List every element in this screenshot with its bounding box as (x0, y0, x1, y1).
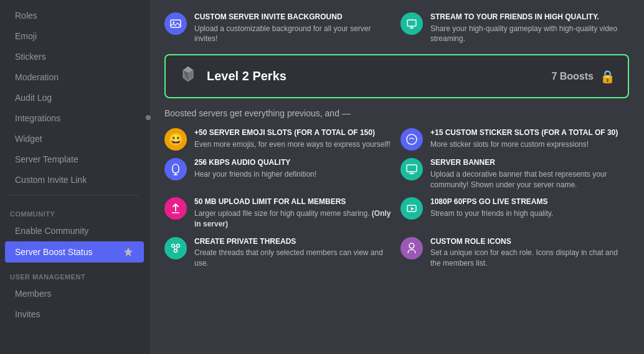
perk-text-invite-background: CUSTOM SERVER INVITE BACKGROUND Upload a… (194, 12, 393, 44)
sidebar-item-custom-invite-link[interactable]: Custom Invite Link (5, 170, 144, 190)
perk-icon-sticker-slots (400, 128, 423, 151)
lock-icon: 🔒 (600, 69, 615, 84)
perk-icon-server-banner (400, 158, 423, 180)
sidebar: Roles Emoji Stickers Moderation Audit Lo… (0, 0, 149, 354)
perk-text-emoji-slots: +50 SERVER EMOJI SLOTS (FOR A TOTAL OF 1… (194, 128, 391, 149)
perk-desc-sticker-slots: More sticker slots for more custom expre… (430, 139, 618, 150)
svg-point-16 (172, 244, 175, 247)
boosted-notice: Boosted servers get everything previous,… (164, 108, 629, 118)
sidebar-item-invites[interactable]: Invites (5, 304, 144, 324)
svg-rect-0 (171, 20, 181, 27)
perk-title-sticker-slots: +15 CUSTOM STICKER SLOTS (FOR A TOTAL OF… (430, 128, 618, 138)
sidebar-item-moderation[interactable]: Moderation (5, 67, 144, 87)
perk-icon-audio-quality (164, 158, 187, 180)
perk-desc-go-live: Stream to your friends in high quality. (430, 208, 553, 219)
perk-item-stream-hq: STREAM TO YOUR FRIENDS IN HIGH QUALITY. … (400, 12, 629, 44)
perk-title-private-threads: CREATE PRIVATE THREADS (194, 237, 393, 247)
svg-point-22 (409, 243, 414, 248)
svg-rect-10 (407, 165, 417, 172)
perk-desc-invite-background: Upload a customizable background for all… (194, 24, 393, 45)
perk-item-role-icons: CUSTOM ROLE ICONS Set a unique icon for … (400, 237, 629, 269)
perk-text-stream-hq: STREAM TO YOUR FRIENDS IN HIGH QUALITY. … (430, 12, 629, 44)
level-card: Level 2 Perks 7 Boosts 🔒 (164, 54, 629, 98)
main-content: CUSTOM SERVER INVITE BACKGROUND Upload a… (149, 0, 644, 354)
scroll-indicator (146, 115, 151, 120)
boost-icon (123, 246, 134, 258)
perk-title-invite-background: CUSTOM SERVER INVITE BACKGROUND (194, 12, 393, 22)
perk-icon-invite-background (164, 12, 187, 35)
perk-icon-go-live (400, 197, 423, 220)
perk-title-audio-quality: 256 KBPS AUDIO QUALITY (194, 158, 316, 168)
sidebar-item-members[interactable]: Members (5, 284, 144, 304)
perk-item-upload-limit: 50 MB UPLOAD LIMIT FOR ALL MEMBERS Large… (164, 197, 393, 229)
sidebar-item-server-boost-status[interactable]: Server Boost Status (5, 241, 144, 263)
svg-point-18 (174, 249, 178, 252)
user-management-section-label: USER MANAGEMENT (0, 263, 149, 283)
svg-marker-15 (411, 207, 414, 210)
perk-desc-private-threads: Create threads that only selected member… (194, 248, 393, 269)
sidebar-item-emoji[interactable]: Emoji (5, 26, 144, 46)
perk-text-private-threads: CREATE PRIVATE THREADS Create threads th… (194, 237, 393, 269)
level2-perks-list: 😀 +50 SERVER EMOJI SLOTS (FOR A TOTAL OF… (164, 128, 629, 269)
perk-text-role-icons: CUSTOM ROLE ICONS Set a unique icon for … (430, 237, 629, 269)
perk-text-upload-limit: 50 MB UPLOAD LIMIT FOR ALL MEMBERS Large… (194, 197, 393, 229)
perk-title-stream-hq: STREAM TO YOUR FRIENDS IN HIGH QUALITY. (430, 12, 629, 22)
perk-title-server-banner: SERVER BANNER (430, 158, 629, 168)
perk-icon-private-threads (164, 237, 187, 259)
perk-item-invite-background: CUSTOM SERVER INVITE BACKGROUND Upload a… (164, 12, 393, 44)
perk-icon-upload-limit (164, 197, 187, 220)
perk-icon-role-icons (400, 237, 423, 259)
sidebar-item-roles[interactable]: Roles (5, 6, 144, 26)
perk-desc-server-banner: Upload a decorative banner that best rep… (430, 169, 629, 190)
community-section-label: COMMUNITY (0, 200, 149, 220)
sidebar-item-audit-log[interactable]: Audit Log (5, 88, 144, 108)
svg-point-17 (177, 244, 180, 247)
sidebar-item-enable-community[interactable]: Enable Community (5, 221, 144, 241)
perk-icon-stream-hq (400, 12, 423, 35)
perk-title-upload-limit: 50 MB UPLOAD LIMIT FOR ALL MEMBERS (194, 197, 393, 207)
level-title: Level 2 Perks (207, 69, 286, 83)
perk-title-role-icons: CUSTOM ROLE ICONS (430, 237, 629, 247)
perk-text-server-banner: SERVER BANNER Upload a decorative banner… (430, 158, 629, 190)
svg-rect-2 (407, 20, 416, 26)
sidebar-item-server-template[interactable]: Server Template (5, 149, 144, 169)
perk-desc-emoji-slots: Even more emojis, for even more ways to … (194, 139, 391, 150)
perk-desc-upload-limit: Larger upload file size for high quality… (194, 208, 393, 230)
perk-item-sticker-slots: +15 CUSTOM STICKER SLOTS (FOR A TOTAL OF… (400, 128, 629, 151)
level-card-right: 7 Boosts 🔒 (551, 69, 615, 84)
boosts-label: 7 Boosts (551, 71, 594, 82)
perk-desc-stream-hq: Share your high-quality gameplay with hi… (430, 24, 629, 45)
sidebar-item-widget[interactable]: Widget (5, 129, 144, 149)
perk-item-server-banner: SERVER BANNER Upload a decorative banner… (400, 158, 629, 190)
perk-title-emoji-slots: +50 SERVER EMOJI SLOTS (FOR A TOTAL OF 1… (194, 128, 391, 138)
perk-text-audio-quality: 256 KBPS AUDIO QUALITY Hear your friends… (194, 158, 316, 179)
perk-text-sticker-slots: +15 CUSTOM STICKER SLOTS (FOR A TOTAL OF… (430, 128, 618, 149)
sidebar-item-integrations[interactable]: Integrations (5, 108, 144, 128)
perk-text-go-live: 1080P 60FPS GO LIVE STREAMS Stream to yo… (430, 197, 553, 218)
sidebar-divider (10, 195, 139, 195)
level-gem-icon (178, 64, 198, 88)
perk-desc-role-icons: Set a unique icon for each role. Icons d… (430, 248, 629, 269)
perk-title-go-live: 1080P 60FPS GO LIVE STREAMS (430, 197, 553, 207)
perk-item-go-live: 1080P 60FPS GO LIVE STREAMS Stream to yo… (400, 197, 629, 229)
perk-item-audio-quality: 256 KBPS AUDIO QUALITY Hear your friends… (164, 158, 393, 190)
sidebar-item-stickers[interactable]: Stickers (5, 47, 144, 67)
svg-point-7 (407, 134, 417, 144)
perk-icon-emoji-slots: 😀 (164, 128, 187, 151)
perk-item-emoji-slots: 😀 +50 SERVER EMOJI SLOTS (FOR A TOTAL OF… (164, 128, 393, 151)
perk-item-private-threads: CREATE PRIVATE THREADS Create threads th… (164, 237, 393, 269)
level-card-left: Level 2 Perks (178, 64, 286, 88)
perk-desc-audio-quality: Hear your friends in higher definition! (194, 169, 316, 180)
svg-point-1 (173, 22, 175, 24)
top-perks-list: CUSTOM SERVER INVITE BACKGROUND Upload a… (164, 12, 629, 44)
